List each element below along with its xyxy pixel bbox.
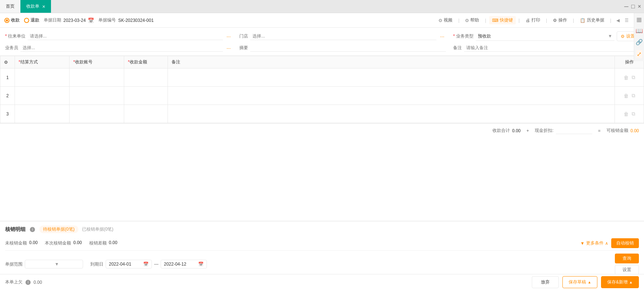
help-btn[interactable]: ⊙ 帮助 bbox=[462, 16, 482, 24]
calendar-to-icon[interactable]: 📅 bbox=[198, 262, 204, 267]
diff-label: 核销差额 bbox=[89, 240, 107, 246]
minimize-icon[interactable]: ─ bbox=[624, 3, 628, 10]
row-3-num: 3 bbox=[0, 105, 15, 123]
col-note-header: 备注 bbox=[168, 56, 615, 68]
doc-no-field: 单据编号 SK-20230324-001 bbox=[98, 17, 153, 23]
staff-more-btn[interactable]: ··· bbox=[225, 45, 232, 51]
doc-date-value[interactable]: 2023-03-24 bbox=[63, 18, 86, 23]
date-from-field[interactable] bbox=[109, 262, 142, 267]
row-1-amount[interactable] bbox=[124, 68, 168, 87]
store-input[interactable] bbox=[250, 32, 436, 40]
date-to-field[interactable] bbox=[164, 262, 197, 267]
tab-home[interactable]: 首页 bbox=[0, 0, 20, 13]
available-value: 0.00 bbox=[631, 128, 639, 133]
sidebar-expand-icon[interactable]: ⤢ bbox=[636, 50, 642, 58]
table-section: ⚙ *结算方式 *收款账号 *收款金额 备注 操作 bbox=[0, 56, 644, 220]
window-controls: ─ □ × bbox=[624, 3, 644, 10]
row-3-delete-icon[interactable]: 🗑 bbox=[624, 111, 629, 117]
due-date-label: 到期日 bbox=[90, 261, 103, 267]
discount-input[interactable] bbox=[556, 127, 592, 134]
row-1-account[interactable] bbox=[70, 68, 124, 87]
date-to-input[interactable]: 📅 bbox=[161, 260, 207, 269]
row-2-note[interactable] bbox=[168, 87, 615, 105]
receipt-tab-label: 收款单 bbox=[26, 3, 39, 9]
operation-label: 操作 bbox=[558, 17, 567, 23]
store-more-btn[interactable]: ··· bbox=[439, 34, 446, 39]
sidebar-book-icon[interactable]: 📖 bbox=[636, 27, 643, 34]
unchecked-value: 0.00 bbox=[29, 240, 38, 246]
col-settings-header[interactable]: ⚙ bbox=[0, 56, 15, 68]
sidebar-link-icon[interactable]: 🔗 bbox=[636, 39, 643, 46]
row-3-note[interactable] bbox=[168, 105, 615, 123]
row-1-delete-icon[interactable]: 🗑 bbox=[624, 75, 629, 81]
range-select[interactable]: ▼ bbox=[25, 260, 83, 269]
list-view-btn[interactable]: ☰ bbox=[623, 17, 631, 24]
biz-type-selector[interactable]: 预收款 ▼ bbox=[476, 32, 614, 41]
staff-input[interactable] bbox=[20, 44, 223, 52]
row-1-note[interactable] bbox=[168, 68, 615, 87]
receipt-type-group: 收款 退款 bbox=[4, 17, 39, 23]
row-1-copy-icon[interactable]: ⧉ bbox=[632, 74, 635, 81]
more-conditions-btn[interactable]: ▼ 更多条件 ∧ bbox=[580, 240, 608, 246]
tab-receipt[interactable]: 收款单 × bbox=[20, 0, 51, 13]
table-settings-gear[interactable]: ⚙ bbox=[4, 60, 8, 65]
prev-view-btn[interactable]: ◀ bbox=[614, 17, 622, 24]
summary-input[interactable] bbox=[250, 44, 446, 52]
date-sep: — bbox=[154, 262, 158, 267]
data-table: ⚙ *结算方式 *收款账号 *收款金额 备注 操作 bbox=[0, 56, 644, 123]
tab-close-icon[interactable]: × bbox=[42, 4, 45, 9]
sum-total: 收款合计 0.00 bbox=[492, 128, 521, 134]
auto-reconcile-btn[interactable]: 自动核销 bbox=[611, 238, 639, 248]
filter-setting-btn[interactable]: 设置 bbox=[615, 265, 639, 275]
row-2-amount[interactable] bbox=[124, 87, 168, 105]
calendar-icon[interactable]: 📅 bbox=[88, 17, 94, 23]
date-from-input[interactable]: 📅 bbox=[106, 260, 152, 269]
notes-input[interactable] bbox=[464, 44, 639, 52]
maximize-icon[interactable]: □ bbox=[631, 3, 635, 10]
form-section: * 往来单位 ··· 门店 ··· * 业务类型 预收款 ▼ bbox=[0, 28, 644, 56]
row-2-account[interactable] bbox=[70, 87, 124, 105]
row-2-delete-icon[interactable]: 🗑 bbox=[624, 93, 629, 99]
prev-info-icon[interactable]: i bbox=[25, 280, 31, 285]
biz-type-dropdown-icon[interactable]: ▼ bbox=[608, 34, 612, 39]
help-label: 帮助 bbox=[470, 17, 479, 23]
row-2-num: 2 bbox=[0, 87, 15, 105]
query-btn[interactable]: 查询 bbox=[615, 254, 639, 263]
row-2-settlement[interactable] bbox=[15, 87, 70, 105]
toolbar-right: ⊙ 视频 | ⊙ 帮助 | ⌨ 快捷键 | 🖨 打印 | ⚙ 操作 bbox=[436, 16, 640, 24]
save-draft-chevron: ▲ bbox=[588, 280, 591, 284]
row-3-settlement[interactable] bbox=[15, 105, 70, 123]
partner-more-btn[interactable]: ··· bbox=[225, 34, 232, 39]
tab-bar: 首页 收款单 × ─ □ × bbox=[0, 0, 644, 13]
tab-done[interactable]: 已核销单据(0笔) bbox=[78, 226, 117, 233]
calendar-from-icon[interactable]: 📅 bbox=[143, 262, 149, 267]
row-2-copy-icon[interactable]: ⧉ bbox=[632, 93, 635, 99]
row-3-amount[interactable] bbox=[124, 105, 168, 123]
row-3-account[interactable] bbox=[70, 105, 124, 123]
save-draft-btn[interactable]: 保存草稿 ▲ bbox=[562, 276, 597, 288]
summary-label: 摘要 bbox=[239, 45, 248, 51]
history-btn[interactable]: 📋 历史单据 bbox=[577, 16, 607, 24]
filter-row: 单据范围 ▼ 到期日 📅 — 📅 查 bbox=[5, 250, 639, 278]
available-label: 可核销金额 bbox=[606, 128, 628, 134]
store-field: 门店 ··· bbox=[239, 32, 446, 40]
radio-receipt[interactable]: 收款 bbox=[4, 17, 20, 23]
radio-refund[interactable]: 退款 bbox=[24, 17, 39, 23]
sidebar-table-icon[interactable]: ▦ bbox=[636, 16, 642, 23]
staff-label: 业务员 bbox=[5, 45, 18, 51]
tab-pending[interactable]: 待核销单据(0笔) bbox=[39, 226, 78, 233]
save-new-btn[interactable]: 保存&新增 ▲ bbox=[601, 276, 639, 288]
window-close-icon[interactable]: × bbox=[638, 3, 641, 10]
nuclear-info-icon[interactable]: i bbox=[30, 227, 35, 232]
row-1-settlement[interactable] bbox=[15, 68, 70, 87]
table-row: 3 🗑 ⧉ bbox=[0, 105, 644, 123]
table-row: 1 🗑 ⧉ bbox=[0, 68, 644, 87]
shortcut-btn[interactable]: ⌨ 快捷键 bbox=[489, 16, 516, 24]
nuclear-tabs: 待核销单据(0笔) 已核销单据(0笔) bbox=[39, 226, 117, 233]
print-btn[interactable]: 🖨 打印 bbox=[523, 16, 543, 24]
abandon-btn[interactable]: 放弃 bbox=[532, 276, 559, 288]
video-btn[interactable]: ⊙ 视频 bbox=[436, 16, 455, 24]
partner-input[interactable] bbox=[28, 32, 223, 40]
operation-btn[interactable]: ⚙ 操作 bbox=[550, 16, 570, 24]
row-3-copy-icon[interactable]: ⧉ bbox=[632, 111, 635, 117]
